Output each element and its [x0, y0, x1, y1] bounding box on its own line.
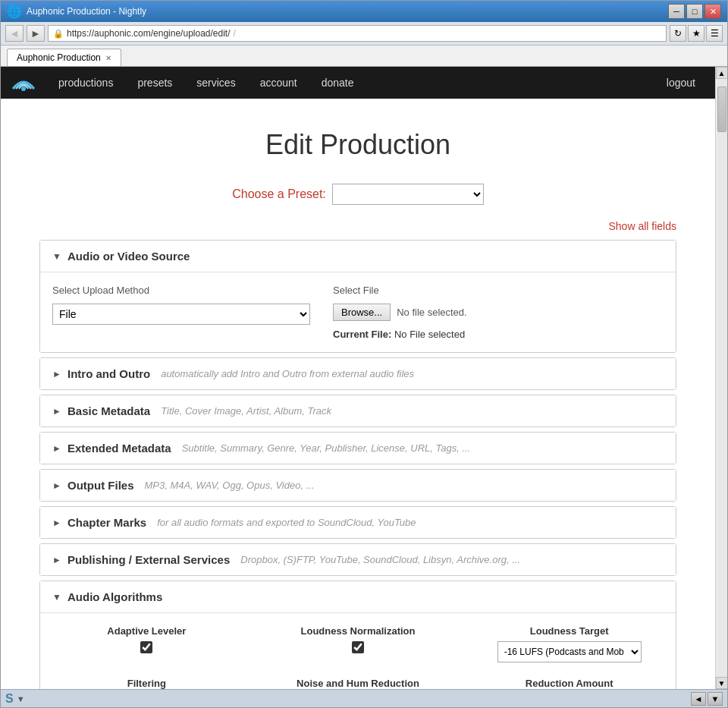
status-bar: S ▼ ◄ ▼: [1, 689, 727, 707]
section-basic-metadata-title: Basic Metadata: [67, 404, 150, 417]
algo-noise-hum-label: Noise and Hum Reduction: [297, 678, 419, 689]
section-basic-metadata-subtitle: Title, Cover Image, Artist, Album, Track: [161, 405, 331, 417]
section-publishing-header[interactable]: ► Publishing / External Services Dropbox…: [40, 544, 676, 575]
algo-filtering-label: Filtering: [127, 678, 166, 689]
close-button[interactable]: ✕: [704, 4, 721, 19]
section-extended-metadata-header[interactable]: ► Extended Metadata Subtitle, Summary, G…: [40, 433, 676, 464]
menu-button[interactable]: ☰: [706, 25, 723, 42]
preset-label: Choose a Preset:: [232, 187, 326, 201]
section-intro-outro: ► Intro and Outro automatically add Intr…: [39, 357, 676, 390]
section-extended-metadata: ► Extended Metadata Subtitle, Summary, G…: [39, 432, 676, 464]
nav-services[interactable]: services: [184, 68, 247, 98]
algo-adaptive-leveler: Adaptive Leveler: [52, 625, 241, 662]
algo-reduction-amount-label: Reduction Amount: [526, 678, 613, 689]
scrollbar-track[interactable]: [717, 79, 727, 677]
algo-loudness-norm-label: Loudness Normalization: [301, 625, 416, 637]
section-output-files-header[interactable]: ► Output Files MP3, M4A, WAV, Ogg, Opus,…: [40, 470, 676, 501]
preset-link-text[interactable]: Preset:: [287, 187, 326, 200]
nav-account[interactable]: account: [248, 68, 309, 98]
refresh-button[interactable]: ↻: [670, 25, 686, 42]
tab-close-icon[interactable]: ✕: [105, 54, 111, 62]
scroll-down-arrow[interactable]: ▼: [716, 677, 728, 689]
nav-bar: productions presets services account don…: [1, 67, 715, 99]
upload-method-select[interactable]: File: [52, 304, 310, 325]
section-output-files: ► Output Files MP3, M4A, WAV, Ogg, Opus,…: [39, 469, 676, 502]
section-publishing: ► Publishing / External Services Dropbox…: [39, 543, 676, 576]
select-file-col: Select File Browse... No file selected. …: [333, 285, 467, 340]
av-row: Select Upload Method File Select File Br…: [52, 285, 664, 340]
current-file-label: Current File:: [333, 329, 391, 340]
section-basic-metadata: ► Basic Metadata Title, Cover Image, Art…: [39, 395, 676, 427]
nav-presets[interactable]: presets: [125, 68, 184, 98]
algo-adaptive-leveler-checkbox[interactable]: [140, 641, 152, 653]
nav-logout[interactable]: logout: [654, 68, 708, 98]
back-button[interactable]: ◄: [5, 25, 24, 42]
preset-row: Choose a Preset:: [39, 184, 676, 205]
section-output-files-arrow: ►: [52, 480, 61, 491]
browser-window: 🌐 Auphonic Production - Nightly ─ □ ✕ ◄ …: [0, 0, 728, 708]
algo-noise-hum: Noise and Hum Reduction: [264, 678, 453, 689]
algo-loudness-target-select[interactable]: -16 LUFS (Podcasts and Mob: [497, 641, 642, 662]
algo-grid: Adaptive Leveler Loudness Normalization …: [52, 625, 664, 689]
url-slash: /: [234, 28, 236, 39]
browse-button[interactable]: Browse...: [333, 304, 391, 321]
active-tab[interactable]: Auphonic Production ✕: [7, 49, 121, 66]
address-bar: ◄ ► 🔒 https://auphonic.com/engine/upload…: [1, 22, 727, 46]
section-audio-algorithms-header[interactable]: ▼ Audio Algorithms: [40, 581, 676, 612]
status-arrow-down[interactable]: ▼: [708, 692, 723, 706]
scroll-up-arrow[interactable]: ▲: [716, 67, 728, 79]
section-extended-metadata-title: Extended Metadata: [67, 442, 171, 455]
scrollbar-thumb[interactable]: [717, 87, 726, 132]
forward-button[interactable]: ►: [27, 25, 45, 42]
section-publishing-title: Publishing / External Services: [67, 553, 230, 566]
show-all-fields-link[interactable]: Show all fields: [609, 220, 677, 232]
main-content: Edit Production Choose a Preset: Show al…: [17, 99, 699, 689]
show-all-fields-row: Show all fields: [39, 220, 676, 232]
algo-loudness-norm-checkbox[interactable]: [352, 641, 364, 653]
window-controls: ─ □ ✕: [668, 4, 721, 19]
section-intro-outro-title: Intro and Outro: [67, 367, 150, 380]
current-file-display: Current File: No File selected: [333, 329, 467, 340]
url-display: https://auphonic.com/engine/upload/edit/: [67, 28, 231, 39]
browse-row: Browse... No file selected.: [333, 304, 467, 321]
status-arrows: ◄ ▼: [691, 692, 723, 706]
section-intro-outro-arrow: ►: [52, 369, 61, 379]
section-chapter-marks-header[interactable]: ► Chapter Marks for all audio formats an…: [40, 507, 676, 538]
section-audio-source: ▼ Audio or Video Source Select Upload Me…: [39, 240, 676, 353]
status-separator: ▼: [17, 694, 25, 703]
section-chapter-marks-arrow: ►: [52, 518, 61, 528]
current-file-value: No File selected: [394, 329, 465, 340]
section-audio-algorithms-content: Adaptive Leveler Loudness Normalization …: [40, 612, 676, 689]
upload-method-label: Select Upload Method: [52, 285, 310, 296]
preset-select[interactable]: [332, 184, 484, 205]
title-bar: 🌐 Auphonic Production - Nightly ─ □ ✕: [1, 1, 727, 22]
section-intro-outro-header[interactable]: ► Intro and Outro automatically add Intr…: [40, 358, 676, 389]
status-arrow-left[interactable]: ◄: [691, 692, 706, 706]
section-output-files-subtitle: MP3, M4A, WAV, Ogg, Opus, Video, ...: [145, 480, 315, 491]
section-audio-source-content: Select Upload Method File Select File Br…: [40, 272, 676, 352]
section-audio-algorithms: ▼ Audio Algorithms Adaptive Leveler Loud…: [39, 581, 676, 689]
section-audio-source-header[interactable]: ▼ Audio or Video Source: [40, 241, 676, 272]
url-box[interactable]: 🔒 https://auphonic.com/engine/upload/edi…: [48, 25, 667, 42]
status-icon: S: [5, 692, 14, 706]
section-audio-source-arrow: ▼: [52, 251, 61, 262]
tabs-bar: Auphonic Production ✕: [1, 46, 727, 67]
section-intro-outro-subtitle: automatically add Intro and Outro from e…: [161, 368, 414, 379]
algo-loudness-target-label: Loudness Target: [530, 625, 609, 637]
minimize-button[interactable]: ─: [668, 4, 685, 19]
section-publishing-arrow: ►: [52, 555, 61, 565]
address-actions: ↻ ★ ☰: [670, 25, 723, 42]
section-basic-metadata-header[interactable]: ► Basic Metadata Title, Cover Image, Art…: [40, 395, 676, 426]
maximize-button[interactable]: □: [686, 4, 703, 19]
algo-reduction-amount: Reduction Amount Auto: [475, 678, 664, 689]
section-output-files-title: Output Files: [67, 479, 134, 492]
site-logo[interactable]: [8, 71, 39, 95]
nav-productions[interactable]: productions: [46, 68, 125, 98]
algo-adaptive-leveler-label: Adaptive Leveler: [107, 625, 186, 637]
section-chapter-marks: ► Chapter Marks for all audio formats an…: [39, 506, 676, 539]
window-title: Auphonic Production - Nightly: [27, 6, 664, 17]
section-chapter-marks-title: Chapter Marks: [67, 516, 146, 529]
nav-donate[interactable]: donate: [309, 68, 366, 98]
star-button[interactable]: ★: [688, 25, 704, 42]
tab-label: Auphonic Production: [17, 52, 101, 63]
